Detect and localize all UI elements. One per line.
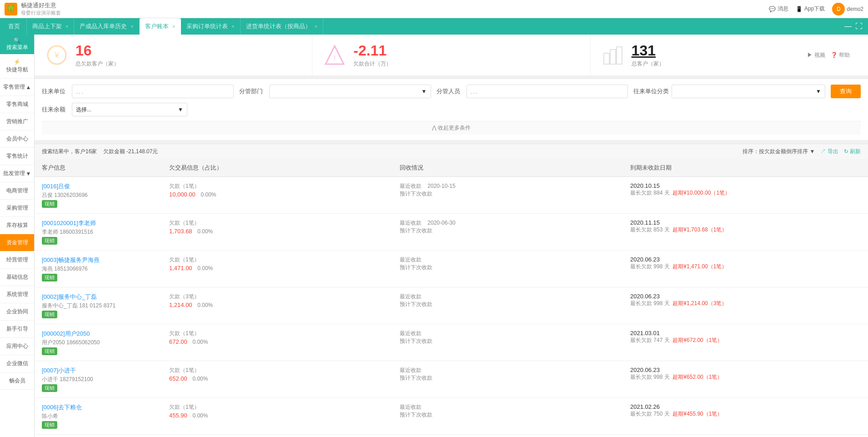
unit-classify-select[interactable]: ▼	[672, 85, 825, 98]
sidebar-item-app-center[interactable]: 应用中心	[0, 338, 34, 355]
quick-nav-icon: ⚡	[14, 59, 20, 65]
sidebar-search[interactable]: 🔍 搜索菜单	[0, 35, 34, 54]
sidebar-item-operation[interactable]: 经营管理	[0, 251, 34, 269]
sidebar-item-system[interactable]: 系统管理	[0, 286, 34, 303]
wholesale-label: 批发管理	[3, 170, 25, 177]
retail-mall-label: 零售商城	[6, 100, 28, 108]
tab-product-shelf[interactable]: 商品上下架 ×	[27, 18, 74, 35]
filter-row-1: 往来单位 ... 分管部门 ▼ 分管人员 ...	[42, 85, 861, 98]
dept-select[interactable]: ▼	[269, 85, 431, 98]
col-debt-info: 欠交易信息（占比）	[169, 164, 400, 172]
sidebar-item-basic-info[interactable]: 基础信息	[0, 269, 34, 286]
sidebar-item-retail-stats[interactable]: 零售统计	[0, 148, 34, 165]
help-label: 帮助	[839, 52, 850, 58]
minimize-icon[interactable]: —	[844, 22, 852, 30]
tab-customer-ledger-label: 客户账本	[145, 22, 169, 30]
customer-tag: 现销	[42, 237, 57, 245]
member-vip-label: 畅会员	[9, 377, 25, 385]
table-header: 客户信息 欠交易信息（占比） 回收情况 到期未收款日期	[35, 159, 868, 177]
app-download-button[interactable]: 📱 App下载	[796, 5, 825, 13]
quick-nav-label: 快捷导航	[6, 66, 28, 74]
tab-stock-history[interactable]: 产成品入库单历史 ×	[74, 18, 139, 35]
due-date-cell: 2021.03.01 最长欠款 747 天 超期¥672.00（1笔）	[630, 330, 861, 344]
sidebar-item-member[interactable]: 会员中心	[0, 131, 34, 148]
filter-section: 往来单位 ... 分管部门 ▼ 分管人员 ...	[35, 79, 868, 140]
from-unit-label: 往来单位	[42, 87, 69, 95]
due-date-cell: 2020.06.23 最长欠款 998 天 超期¥1,214.00（3笔）	[630, 293, 861, 307]
view-button[interactable]: ▶ 视频	[807, 51, 825, 59]
customer-name-link[interactable]: [0006]去下粮仓	[42, 404, 82, 411]
tab-customer-ledger[interactable]: 客户账本 ×	[140, 18, 181, 35]
export-button[interactable]: ↗ 导出	[820, 148, 838, 156]
filter-collapse[interactable]: ⋀ 收起更多条件	[42, 121, 861, 135]
filter-person: 分管人员 ...	[437, 85, 628, 98]
chevron-down-icon: ▼	[809, 148, 815, 155]
customer-name-link[interactable]: [000002]用户2050	[42, 330, 90, 337]
close-icon[interactable]: ×	[315, 24, 317, 29]
customer-name-link[interactable]: [0002]服务中心_丁磊	[42, 293, 97, 300]
sidebar-item-finance[interactable]: 资金管理	[0, 234, 34, 251]
customer-cell: [0003]畅捷服务尹海燕 海燕 18513066976 现销	[42, 256, 169, 281]
customer-tag: 现销	[42, 347, 57, 355]
tab-product-shelf-label: 商品上下架	[32, 22, 62, 30]
purchase-label: 采购管理	[6, 204, 28, 212]
sidebar-item-ecommerce[interactable]: 电商管理	[0, 182, 34, 200]
sidebar-item-purchase[interactable]: 采购管理	[0, 200, 34, 217]
view-label: 视频	[814, 52, 825, 58]
sidebar-item-retail-mall[interactable]: 零售商城	[0, 96, 34, 113]
maximize-icon[interactable]: ⛶	[855, 22, 863, 30]
query-button[interactable]: 查询	[831, 85, 861, 98]
person-input[interactable]: ...	[467, 85, 628, 98]
app-subtitle: 母婴行业演示账套	[21, 10, 61, 16]
sidebar-item-marketing[interactable]: 营销推广	[0, 113, 34, 131]
main-layout: 🔍 搜索菜单 ⚡ 快捷导航 零售管理 ▲ 零售商城 营销推广 会员中心 零售统计…	[0, 35, 868, 437]
debt-cell: 欠款（1笔） 1,703.68 0.00%	[169, 219, 400, 235]
debt-amount: 455.90	[169, 412, 187, 419]
sidebar-item-quick-nav[interactable]: ⚡ 快捷导航	[0, 54, 34, 79]
from-unit-input[interactable]: ...	[72, 85, 234, 98]
table-row: [0003]畅捷服务尹海燕 海燕 18513066976 现销 欠款（1笔） 1…	[35, 251, 868, 287]
stat-total-customers: 131 总客户（家） ▶ 视频 ❓ 帮助	[591, 35, 868, 75]
tab-stock-stats[interactable]: 进货单统计表（按商品） ×	[241, 18, 323, 35]
sidebar-item-retail-mgmt[interactable]: 零售管理 ▲	[0, 79, 34, 96]
chevron-down-icon: ▼	[816, 88, 821, 95]
debt-amount: 1,703.68	[169, 228, 192, 235]
sidebar-item-enterprise[interactable]: 企业协同	[0, 303, 34, 321]
svg-rect-4	[604, 53, 609, 64]
ecommerce-label: 电商管理	[6, 187, 28, 195]
refresh-button[interactable]: ↻ 刷新	[844, 148, 861, 156]
total-customers-value: 131	[632, 42, 664, 59]
sidebar-item-wechat[interactable]: 企业微信	[0, 355, 34, 372]
sort-label[interactable]: 排序：按欠款金额倒序排序 ▼	[743, 148, 815, 156]
sidebar-item-inventory[interactable]: 库存核算	[0, 217, 34, 234]
close-icon[interactable]: ×	[231, 24, 234, 29]
close-icon[interactable]: ×	[65, 24, 68, 29]
user-menu[interactable]: D demo2	[832, 3, 863, 15]
top-header: 🍀 畅捷通好生意 母婴行业演示账套 💬 消息 📱 App下载 D demo2	[0, 0, 868, 18]
debt-cell: 欠款（1笔） 1,471.00 0.00%	[169, 256, 400, 271]
balance-select[interactable]: 选择... ▼	[72, 103, 187, 116]
search-icon: 🔍	[2, 37, 32, 44]
customer-name-link[interactable]: [0016]吕俊	[42, 183, 70, 190]
table-section: 客户信息 欠交易信息（占比） 回收情况 到期未收款日期 [0016]吕俊 吕俊 …	[35, 159, 868, 437]
customer-cell: [0006]去下粮仓 陈小希 现销	[42, 403, 169, 429]
guide-label: 新手引导	[6, 325, 28, 333]
enterprise-label: 企业协同	[6, 308, 28, 316]
customer-name-link[interactable]: [0001020001]李老师	[42, 220, 96, 226]
customer-tag: 现销	[42, 311, 57, 318]
help-button[interactable]: ❓ 帮助	[831, 51, 850, 59]
sidebar-item-wholesale[interactable]: 批发管理 ▼	[0, 165, 34, 182]
person-label: 分管人员	[437, 87, 464, 95]
tab-home[interactable]: 首页	[2, 18, 27, 35]
sidebar-item-member-vip[interactable]: 畅会员	[0, 372, 34, 390]
close-icon[interactable]: ×	[130, 24, 133, 29]
close-icon[interactable]: ×	[172, 24, 175, 29]
customer-name-link[interactable]: [0007]小进干	[42, 367, 76, 374]
tab-purchase-stats[interactable]: 采购订单统计表 ×	[181, 18, 240, 35]
message-button[interactable]: 💬 消息	[769, 5, 788, 13]
customer-name-link[interactable]: [0003]畅捷服务尹海燕	[42, 256, 100, 263]
debt-pct: 0.00%	[197, 265, 213, 271]
sidebar-item-guide[interactable]: 新手引导	[0, 321, 34, 338]
table-row: [000002]用户2050 用户2050 18665062050 现销 欠款（…	[35, 324, 868, 361]
app-download-label: App下载	[804, 5, 825, 13]
